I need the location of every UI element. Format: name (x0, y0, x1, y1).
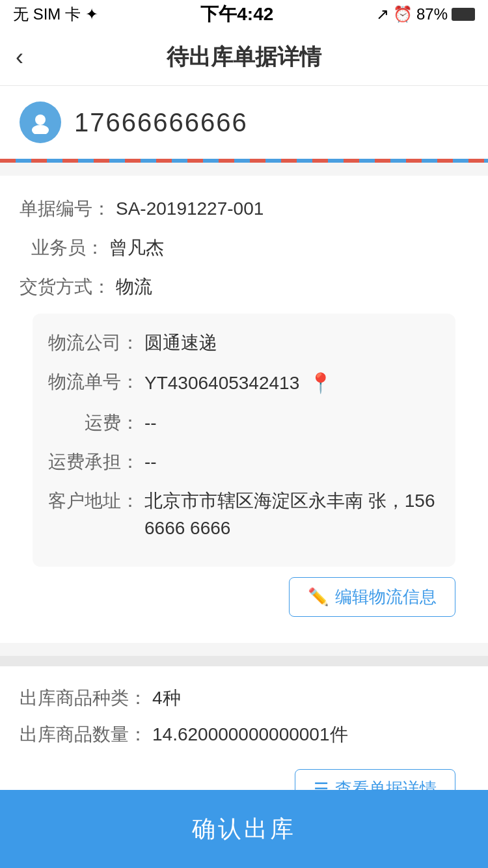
product-quantity-label: 出库商品数量： (20, 722, 147, 747)
status-bar: 无 SIM 卡 ✦ 下午4:42 ↗ ⏰ 87% (0, 0, 488, 29)
battery-level: 87% (416, 5, 448, 23)
delivery-method-label: 交货方式： (20, 273, 111, 301)
freight-value: -- (139, 409, 440, 437)
main-content: 17666666666 单据编号： SA-20191227-001 业务员： 曾… (0, 86, 488, 868)
alarm-icon: ⏰ (393, 5, 413, 23)
section-separator (0, 656, 488, 666)
svg-point-1 (32, 125, 49, 134)
address-value: 北京市市辖区海淀区永丰南 张，156 6666 6666 (139, 487, 440, 542)
freight-row: 运费： -- (48, 409, 440, 437)
logistics-company-row: 物流公司： 圆通速递 (48, 329, 440, 357)
location-status-icon: ↗ (376, 5, 389, 23)
back-button[interactable]: ‹ (16, 44, 23, 71)
nav-bar: ‹ 待出库单据详情 (0, 29, 488, 86)
order-info-section: 单据编号： SA-20191227-001 业务员： 曾凡杰 交货方式： 物流 … (0, 176, 488, 643)
edit-icon: ✏️ (308, 587, 329, 607)
svg-point-0 (35, 115, 46, 125)
page-title: 待出库单据详情 (167, 42, 321, 72)
freight-label: 运费： (48, 409, 139, 437)
avatar (20, 102, 61, 143)
order-number-value: SA-20191227-001 (111, 195, 468, 223)
status-time: 下午4:42 (200, 2, 273, 27)
status-right: ↗ ⏰ 87% (376, 5, 475, 23)
freight-bear-label: 运费承担： (48, 448, 139, 476)
delivery-method-value: 物流 (111, 273, 468, 301)
tracking-number-value: YT43064053424​13 📍 (139, 368, 440, 398)
product-type-label: 出库商品种类： (20, 686, 147, 711)
edit-logistics-button[interactable]: ✏️ 编辑物流信息 (289, 577, 455, 617)
logistics-company-value: 圆通速递 (139, 329, 440, 357)
order-number-row: 单据编号： SA-20191227-001 (20, 195, 468, 223)
freight-bear-value: -- (139, 448, 440, 476)
customer-header: 17666666666 (0, 86, 488, 159)
address-row: 客户地址： 北京市市辖区海淀区永丰南 张，156 6666 6666 (48, 487, 440, 542)
battery-icon (452, 8, 475, 21)
sales-rep-row: 业务员： 曾凡杰 (20, 234, 468, 262)
sales-rep-value: 曾凡杰 (104, 234, 468, 262)
logistics-company-label: 物流公司： (48, 329, 139, 357)
freight-bear-row: 运费承担： -- (48, 448, 440, 476)
tracking-number-text: YT43064053424​13 (144, 370, 299, 397)
address-label: 客户地址： (48, 487, 139, 515)
order-number-label: 单据编号： (20, 195, 111, 223)
dashed-divider (0, 159, 488, 163)
edit-btn-container: ✏️ 编辑物流信息 (20, 567, 468, 630)
edit-logistics-label: 编辑物流信息 (335, 586, 437, 608)
product-type-row: 出库商品种类： 4种 (20, 686, 468, 711)
confirm-label: 确认出库 (192, 813, 296, 845)
sales-rep-label: 业务员： (20, 234, 104, 262)
confirm-button[interactable]: 确认出库 (0, 790, 488, 868)
product-quantity-value: 14.620000000000001件 (147, 722, 348, 747)
map-pin-icon[interactable]: 📍 (308, 368, 332, 398)
product-type-value: 4种 (147, 686, 181, 711)
customer-phone: 17666666666 (74, 108, 248, 137)
tracking-number-row: 物流单号： YT43064053424​13 📍 (48, 368, 440, 398)
logistics-box: 物流公司： 圆通速递 物流单号： YT43064053424​13 📍 运费： … (33, 314, 455, 567)
sim-status: 无 SIM 卡 ✦ (13, 4, 98, 25)
status-left: 无 SIM 卡 ✦ (13, 4, 98, 25)
product-quantity-row: 出库商品数量： 14.620000000000001件 (20, 722, 468, 747)
tracking-number-label: 物流单号： (48, 368, 139, 396)
delivery-method-row: 交货方式： 物流 (20, 273, 468, 301)
